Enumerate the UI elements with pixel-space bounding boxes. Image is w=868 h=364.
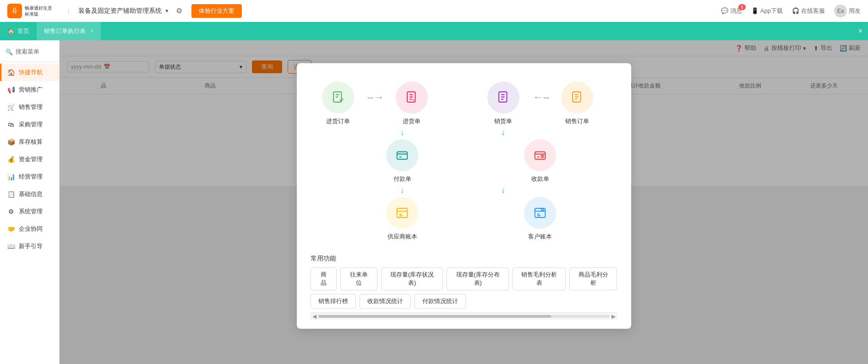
sidebar-item-finance-label: 资金管理: [19, 155, 43, 163]
sales-order-circle: [561, 81, 593, 114]
arrow-sales-order-to-bill: ← - -: [531, 91, 550, 103]
sidebar-divider-1: [0, 61, 59, 62]
sidebar-item-sales[interactable]: 🛒 销售管理: [0, 98, 59, 116]
sidebar-item-inventory[interactable]: 📦 库存核算: [0, 133, 59, 151]
system-dropdown[interactable]: ▾: [165, 7, 169, 14]
sidebar-item-inventory-label: 库存核算: [19, 138, 43, 146]
tab-bar: 🏠 首页 销售订单执行表 × ×: [0, 22, 868, 40]
sidebar-item-newbie-label: 新手引导: [19, 242, 43, 250]
message-action[interactable]: 💬 消息 6: [721, 7, 742, 15]
sidebar-item-purchase[interactable]: 🛍 采购管理: [0, 116, 59, 133]
sidebar-item-marketing[interactable]: 📢 营销推广: [0, 81, 59, 98]
arrow-down-payment: ↓: [400, 183, 404, 197]
system-title: 装备及固定资产辅助管理系统: [78, 7, 162, 15]
svg-point-9: [541, 208, 544, 211]
purchase-flow-group: 进货订单 - - → 进货单: [311, 81, 439, 241]
sidebar-item-finance[interactable]: 💰 资金管理: [0, 151, 59, 168]
header-right: 💬 消息 6 📱 App下载 🎧 在线客服 Ea 用友: [721, 5, 861, 17]
purchase-bill-node[interactable]: 进货单: [384, 81, 439, 125]
app-download-label: App下载: [760, 7, 783, 15]
app-download-action[interactable]: 📱 App下载: [751, 7, 783, 15]
payment-label: 付款单: [393, 175, 411, 183]
arrow-down-purchase: ↓: [400, 125, 404, 139]
down-arrow-icon-4: ↓: [501, 185, 505, 195]
settings-icon[interactable]: ⚙: [176, 6, 182, 15]
purchase-row2: 付款单: [375, 139, 430, 183]
scroll-thumb: [318, 315, 551, 318]
customer-circle: [524, 197, 556, 229]
func-btn-product-margin[interactable]: 商品毛利分析: [569, 267, 617, 290]
cooperation-icon: 🤝: [7, 225, 15, 233]
sidebar-item-operations-label: 经营管理: [19, 173, 43, 181]
purchase-order-node[interactable]: 进货订单: [311, 81, 366, 125]
sales-row2: 收款单: [513, 139, 568, 183]
sidebar-item-quick-nav[interactable]: 🏠 快捷导航: [0, 64, 59, 81]
system-icon: ⚙: [7, 207, 15, 216]
common-functions: 常用功能 商品 往来单位 现存量(库存状况表) 现存量(库存分布表) 销售毛利分…: [311, 255, 617, 309]
sales-order-label: 销售订单: [565, 117, 589, 125]
modal-popup: 进货订单 - - → 进货单: [297, 63, 631, 329]
supplier-circle: [386, 197, 418, 229]
func-btn-payment-stats[interactable]: 付款情况统计: [415, 294, 466, 309]
tab-active-label: 销售订单执行表: [44, 27, 86, 35]
sidebar: 🔍 搜索菜单 🏠 快捷导航 📢 营销推广 🛒 销售管理 🛍 采购管理 📦 库存核…: [0, 40, 60, 364]
avatar-text: Ea: [837, 8, 844, 14]
func-row-1: 商品 往来单位 现存量(库存状况表) 现存量(库存分布表) 销售毛利分析表 商品…: [311, 267, 617, 290]
message-icon: 💬: [721, 7, 728, 14]
func-btn-receipt-stats[interactable]: 收款情况统计: [360, 294, 411, 309]
sales-order-node[interactable]: 销售订单: [550, 81, 605, 125]
tab-home-label: 首页: [17, 27, 29, 35]
avatar: Ea: [834, 5, 847, 17]
sidebar-item-sales-label: 销售管理: [19, 103, 43, 111]
window-close-button[interactable]: ×: [858, 27, 863, 35]
dashed-arrow-icon: - - →: [367, 91, 382, 103]
func-btn-partners[interactable]: 往来单位: [340, 267, 377, 290]
tab-sales-order[interactable]: 销售订单执行表 ×: [37, 22, 101, 40]
customer-account-node[interactable]: 客户账本: [513, 197, 568, 241]
purchase-row1: 进货订单 - - → 进货单: [311, 81, 439, 125]
supplier-label: 供应商账本: [388, 233, 417, 241]
func-btn-sales-rank[interactable]: 销售排行榜: [311, 294, 356, 309]
inventory-icon: 📦: [7, 138, 15, 146]
supplier-account-node[interactable]: 供应商账本: [375, 197, 430, 241]
sidebar-item-system[interactable]: ⚙ 系统管理: [0, 203, 59, 220]
purchase-row3: 供应商账本: [375, 197, 430, 241]
receipt-node[interactable]: 收款单: [513, 139, 568, 183]
func-btn-sales-margin[interactable]: 销售毛利分析表: [513, 267, 566, 290]
func-btn-stock-dist[interactable]: 现存量(库存分布表): [447, 267, 509, 290]
arrow-down-receipt: ↓: [476, 183, 505, 197]
finance-icon: 💰: [7, 155, 15, 163]
scroll-left-arrow[interactable]: ◀: [312, 313, 317, 320]
sidebar-item-basic-info-label: 基础信息: [19, 190, 43, 198]
receipt-circle: [524, 139, 556, 171]
scroll-track[interactable]: [318, 315, 610, 318]
sidebar-item-newbie[interactable]: 📖 新手引导: [0, 238, 59, 255]
sales-bill-node[interactable]: 销货单: [476, 81, 531, 125]
sidebar-item-operations[interactable]: 📊 经营管理: [0, 168, 59, 185]
sidebar-item-cooperation[interactable]: 🤝 企业协同: [0, 220, 59, 238]
message-badge: 6: [738, 4, 746, 10]
payment-node[interactable]: 付款单: [375, 139, 430, 183]
purchase-order-circle: [322, 81, 354, 114]
headset-icon: 🎧: [792, 7, 799, 14]
sidebar-search[interactable]: 🔍 搜索菜单: [0, 44, 59, 60]
online-service-action[interactable]: 🎧 在线客服: [792, 7, 825, 15]
sidebar-item-basic-info[interactable]: 📋 基础信息: [0, 185, 59, 203]
trial-button[interactable]: 体验行业方案: [191, 4, 242, 18]
receipt-label: 收款单: [531, 175, 549, 183]
func-btn-stock-status[interactable]: 现存量(库存状况表): [381, 267, 443, 290]
tab-close-icon[interactable]: ×: [90, 28, 93, 34]
online-service-label: 在线客服: [801, 7, 825, 15]
arrow-purchase-to-bill: - - →: [366, 91, 384, 103]
purchase-bill-label: 进货单: [403, 117, 420, 125]
newbie-icon: 📖: [7, 242, 15, 250]
scroll-right-arrow[interactable]: ▶: [611, 313, 616, 320]
func-btn-products[interactable]: 商品: [311, 267, 337, 290]
user-action[interactable]: Ea 用友: [834, 5, 861, 17]
user-name: 用友: [849, 7, 861, 15]
sales-row1: 销货单 ← - - 销售订单: [476, 81, 605, 125]
tab-home[interactable]: 🏠 首页: [0, 22, 37, 40]
dropdown-arrow: ▾: [165, 7, 169, 14]
sales-bill-label: 销货单: [494, 117, 512, 125]
home-icon: 🏠: [7, 28, 15, 35]
